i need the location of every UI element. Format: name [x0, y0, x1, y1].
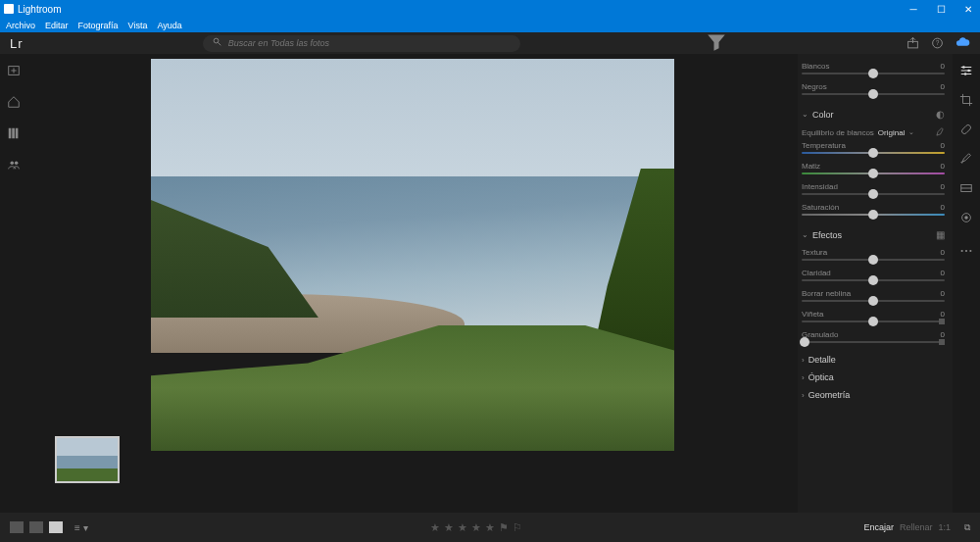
zoom-fit[interactable]: Encajar — [863, 522, 894, 532]
brush-icon[interactable] — [959, 152, 973, 166]
more-icon[interactable] — [959, 244, 973, 258]
star-icon[interactable]: ★ — [485, 521, 495, 534]
filter-button[interactable] — [707, 32, 726, 54]
wb-dropdown[interactable]: Original — [878, 128, 906, 137]
slider-matiz[interactable]: Matiz0 — [802, 162, 945, 174]
detail-view-button[interactable] — [49, 521, 63, 533]
add-photo-icon[interactable] — [7, 64, 21, 77]
share-icon[interactable] — [906, 35, 919, 51]
star-icon[interactable]: ★ — [458, 521, 467, 534]
bottom-bar: ≡ ▾ ★ ★ ★ ★ ★ ⚑ ⚐ Encajar Rellenar 1:1 ⧉ — [0, 513, 980, 542]
compare-icon[interactable]: ⧉ — [964, 522, 970, 533]
canvas-area — [27, 54, 798, 513]
minimize-button[interactable]: ─ — [906, 4, 921, 15]
section-header-detalle[interactable]: › Detalle — [802, 351, 945, 369]
menu-vista[interactable]: Vista — [128, 21, 148, 30]
slider-thumb[interactable] — [868, 275, 878, 285]
search-wrap[interactable] — [203, 35, 520, 52]
eyedropper-icon[interactable] — [935, 127, 945, 137]
help-icon[interactable]: ? — [931, 35, 944, 51]
slider-thumb[interactable] — [868, 255, 878, 265]
menu-fotografia[interactable]: Fotografía — [78, 21, 119, 30]
svg-point-9 — [11, 162, 15, 166]
lightroom-logo: Lr — [10, 36, 24, 51]
slider-textura[interactable]: Textura0 — [802, 248, 945, 261]
search-icon — [213, 37, 221, 48]
square-grid-button[interactable] — [29, 521, 43, 533]
left-rail — [0, 54, 27, 513]
svg-rect-7 — [12, 128, 15, 139]
filmstrip-thumbnail[interactable] — [55, 436, 120, 483]
split-tone-icon[interactable]: ▦ — [936, 229, 945, 240]
section-header-efectos[interactable]: ⌄ Efectos ▦ — [802, 225, 945, 244]
slider-thumb[interactable] — [868, 89, 878, 99]
svg-point-19 — [965, 250, 967, 252]
color-mixer-icon[interactable]: ◐ — [936, 109, 945, 120]
chevron-right-icon: › — [802, 356, 805, 365]
slider-thumb[interactable] — [868, 189, 878, 199]
disclosure-icon[interactable] — [939, 319, 945, 324]
star-icon[interactable]: ★ — [430, 521, 440, 534]
section-color: ⌄ Color ◐ Equilibrio de blancos Original… — [802, 105, 945, 216]
flag-reject-icon[interactable]: ⚐ — [513, 521, 522, 534]
svg-point-20 — [969, 250, 971, 252]
slider-saturacion[interactable]: Saturación0 — [802, 203, 945, 216]
svg-point-18 — [961, 250, 963, 252]
slider-intensidad[interactable]: Intensidad0 — [802, 182, 945, 195]
zoom-fill[interactable]: Rellenar — [900, 522, 933, 532]
heal-icon[interactable] — [959, 123, 973, 136]
zoom-11[interactable]: 1:1 — [938, 522, 951, 532]
section-header-color[interactable]: ⌄ Color ◐ — [802, 105, 945, 123]
slider-thumb[interactable] — [800, 337, 809, 347]
chevron-down-icon: ⌄ — [802, 230, 808, 239]
slider-blancos[interactable]: Blancos0 — [802, 62, 945, 74]
disclosure-icon[interactable] — [939, 339, 945, 345]
flag-pick-icon[interactable]: ⚑ — [499, 521, 509, 534]
slider-temperatura[interactable]: Temperatura0 — [802, 141, 945, 154]
section-efectos: ⌄ Efectos ▦ Textura0 Claridad0 Borrar ne… — [802, 225, 945, 343]
search-input[interactable] — [228, 38, 512, 48]
chevron-down-icon: ⌄ — [802, 110, 808, 119]
photo-preview[interactable] — [151, 59, 674, 451]
people-icon[interactable] — [7, 158, 21, 172]
menu-archivo[interactable]: Archivo — [6, 21, 35, 30]
slider-thumb[interactable] — [868, 317, 878, 326]
slider-thumb[interactable] — [868, 296, 878, 306]
maximize-button[interactable]: ☐ — [933, 4, 949, 15]
svg-text:?: ? — [936, 39, 940, 46]
slider-borrar-neblina[interactable]: Borrar neblina0 — [802, 289, 945, 302]
menu-editar[interactable]: Editar — [45, 21, 69, 30]
svg-line-1 — [219, 43, 221, 46]
library-icon[interactable] — [7, 126, 21, 140]
svg-point-13 — [964, 73, 967, 75]
slider-vineta[interactable]: Viñeta0 — [802, 310, 945, 322]
grid-view-button[interactable] — [10, 521, 24, 533]
slider-negros[interactable]: Negros0 — [802, 82, 945, 95]
close-button[interactable]: ✕ — [960, 4, 976, 15]
svg-rect-6 — [9, 128, 12, 139]
svg-rect-14 — [960, 123, 971, 134]
linear-gradient-icon[interactable] — [959, 181, 973, 195]
crop-icon[interactable] — [959, 93, 973, 107]
slider-granulado[interactable]: Granulado0 — [802, 330, 945, 343]
edit-sliders-icon[interactable] — [959, 64, 973, 77]
star-icon[interactable]: ★ — [444, 521, 454, 534]
rating-bar: ★ ★ ★ ★ ★ ⚑ ⚐ — [430, 521, 522, 534]
menu-bar: Archivo Editar Fotografía Vista Ayuda — [0, 18, 980, 32]
window-title: Lightroom — [18, 4, 61, 15]
section-header-optica[interactable]: › Óptica — [802, 369, 945, 386]
slider-thumb[interactable] — [868, 210, 878, 220]
radial-gradient-icon[interactable] — [959, 211, 973, 224]
home-icon[interactable] — [7, 95, 21, 109]
slider-claridad[interactable]: Claridad0 — [802, 269, 945, 281]
slider-thumb[interactable] — [868, 69, 878, 78]
section-header-geometria[interactable]: › Geometría — [802, 386, 945, 404]
cloud-icon[interactable] — [956, 35, 970, 51]
edit-panel: Blancos0 Negros0 ⌄ Color ◐ Equilibrio de… — [798, 54, 953, 513]
slider-thumb[interactable] — [868, 169, 878, 178]
slider-thumb[interactable] — [868, 148, 878, 158]
star-icon[interactable]: ★ — [471, 521, 481, 534]
svg-point-11 — [962, 66, 965, 69]
sort-button[interactable]: ≡ ▾ — [74, 522, 88, 533]
menu-ayuda[interactable]: Ayuda — [157, 21, 181, 30]
